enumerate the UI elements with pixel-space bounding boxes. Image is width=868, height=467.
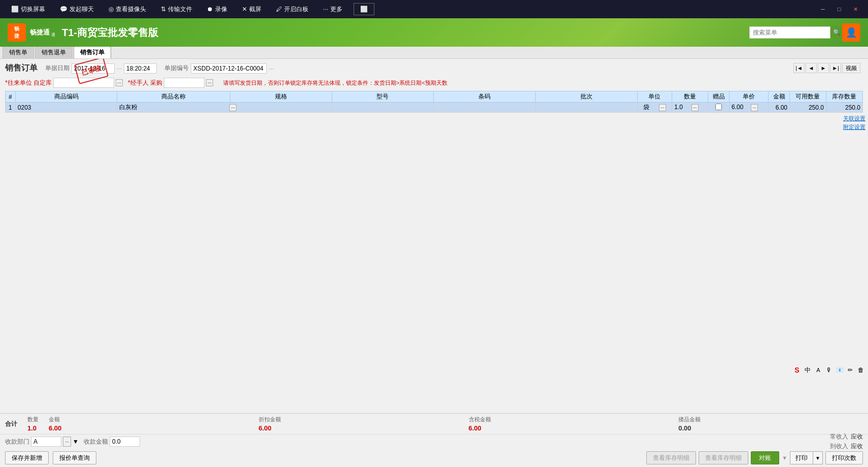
recv-in-value: 应收 xyxy=(851,432,863,441)
toolbar-btn-record[interactable]: ⏺ 录像 xyxy=(201,3,233,16)
col-product-code: 商品编码 xyxy=(15,91,117,103)
logo-icon: 畅捷 xyxy=(8,23,26,42)
gift-checkbox[interactable] xyxy=(715,104,722,110)
toolbar-btn-whiteboard[interactable]: 🖊 开启白板 xyxy=(270,3,315,16)
time-input[interactable] xyxy=(124,63,157,74)
cell-price[interactable]: ··· xyxy=(729,103,768,113)
minimize-button[interactable]: ─ xyxy=(815,4,830,14)
qty-label: 数量 xyxy=(27,416,39,423)
cell-barcode[interactable] xyxy=(434,103,536,113)
logo-area: 畅捷 畅捷通 通 T1-商贸宝批发零售版 xyxy=(8,23,158,42)
attach-settings-link[interactable]: 附定设置 xyxy=(843,123,865,131)
toolbar-btn-fullscreen[interactable]: ⬜ xyxy=(354,3,374,15)
handler-search-button[interactable]: ··· xyxy=(206,79,213,86)
cell-product-name[interactable]: ··· xyxy=(117,103,230,113)
summary-total-qty: 合计 数量 1.0 xyxy=(5,416,39,432)
department-button[interactable]: ··· xyxy=(63,437,71,447)
table-row[interactable]: 1 ··· ··· ··· xyxy=(6,103,863,113)
tab-sale-order-edit[interactable]: 销售订单 xyxy=(74,46,111,58)
cell-batch[interactable] xyxy=(535,103,637,113)
col-model: 型号 xyxy=(332,91,434,103)
submit-button[interactable]: 对账 xyxy=(751,451,779,464)
maximize-button[interactable]: □ xyxy=(831,4,847,14)
view-stock-button1[interactable]: 查看库存明细 xyxy=(646,451,696,464)
toolbar-btn-chat[interactable]: 💬 发起聊天 xyxy=(54,3,100,16)
col-seq: # xyxy=(6,91,16,103)
cell-amount: 6.00 xyxy=(769,103,790,113)
unit-button[interactable]: ··· xyxy=(659,104,666,111)
customer-row: *往来单位 自定库 ··· *经手人 采购 ··· 请填写发货日期，否则订单锁定… xyxy=(5,78,863,88)
delete-icon[interactable]: 🗑 xyxy=(856,365,865,375)
toolbar-btn-transfer[interactable]: ⇅ 传输文件 xyxy=(155,3,198,16)
system-tray: S 中 A 🎙 📧 ✏ 🗑 xyxy=(792,365,865,375)
order-no-input[interactable] xyxy=(191,63,267,74)
col-barcode: 条码 xyxy=(434,91,536,103)
cell-unit[interactable]: ··· xyxy=(637,103,672,113)
mic-icon[interactable]: 🎙 xyxy=(824,365,834,375)
order-table: # 商品编码 商品名称 规格 型号 条码 批次 单位 数量 赠品 单价 金额 可… xyxy=(5,91,863,113)
app-name: T1-商贸宝批发零售版 xyxy=(62,26,158,40)
relation-settings-link[interactable]: 关联设置 xyxy=(843,115,865,122)
next-record-button[interactable]: ► xyxy=(818,63,829,73)
cell-seq: 1 xyxy=(6,103,16,113)
customer-search-button[interactable]: ··· xyxy=(116,79,123,86)
whiteboard-icon: 🖊 xyxy=(276,6,282,13)
department-input[interactable] xyxy=(31,437,61,447)
toolbar-btn-switch-screen[interactable]: ⬜ 切换屏幕 xyxy=(5,3,51,16)
print-arrow-button[interactable]: ▼ xyxy=(813,452,822,464)
edit-icon[interactable]: ✏ xyxy=(846,365,855,375)
toolbar-btn-screenshot[interactable]: ✕ 截屏 xyxy=(236,3,267,16)
price-button[interactable]: ··· xyxy=(751,104,758,111)
close-button[interactable]: ✕ xyxy=(848,4,863,14)
cell-model[interactable] xyxy=(332,103,434,113)
qty-button[interactable]: ··· xyxy=(691,104,699,111)
tab-return-order[interactable]: 销售退单 xyxy=(35,46,73,58)
print-button[interactable]: 打印 xyxy=(790,452,813,464)
form-header: 销售订单 单据日期 ··· 单据编号 ··· 已审核 |◄ ◄ ► ►| 视频 xyxy=(5,63,863,74)
prev-record-button[interactable]: ◄ xyxy=(806,63,817,73)
col-qty: 数量 xyxy=(672,91,708,103)
product-code-input[interactable] xyxy=(18,104,115,111)
action-right-buttons: 查看库存明细 查看库存明细 对账 ▼ 打印 ▼ 打印次数 xyxy=(646,451,863,464)
first-record-button[interactable]: |◄ xyxy=(793,63,805,73)
product-name-input[interactable] xyxy=(119,104,228,111)
view-stock-button2[interactable]: 查看库存明细 xyxy=(699,451,748,464)
toolbar-btn-more[interactable]: ··· 更多 xyxy=(317,3,349,16)
receipt-amount-input[interactable] xyxy=(110,437,140,447)
input-row: 收款部门 ··· ▼ 收款金额 常收入 应收 到收入 应收 xyxy=(0,435,868,449)
cell-gift[interactable] xyxy=(708,103,730,113)
search-button[interactable]: 🔍 xyxy=(830,26,843,39)
sougou-icon[interactable]: S xyxy=(792,365,802,375)
cost-value: 0.00 xyxy=(678,424,863,432)
print-count-button[interactable]: 打印次数 xyxy=(825,451,863,464)
screenshot-icon: ✕ xyxy=(242,6,247,13)
customer-label: *往来单位 自定库 xyxy=(5,79,52,87)
handler-input[interactable] xyxy=(164,78,204,88)
summary-amount-item: 金额 6.00 xyxy=(49,416,233,432)
user-avatar[interactable]: 👤 xyxy=(842,23,860,42)
col-spec: 规格 xyxy=(230,91,332,103)
save-new-button[interactable]: 保存并新增 xyxy=(5,451,49,464)
window-controls: ─ □ ✕ xyxy=(815,0,863,18)
cell-qty[interactable]: ··· xyxy=(672,103,708,113)
search-input[interactable] xyxy=(749,26,830,39)
last-record-button[interactable]: ►| xyxy=(830,63,841,73)
mail-icon[interactable]: 📧 xyxy=(835,365,844,375)
cell-spec[interactable] xyxy=(230,103,332,113)
cell-avail-qty: 250.0 xyxy=(790,103,826,113)
input-method-icon[interactable]: 中 xyxy=(803,365,812,375)
order-no-label: 单据编号 xyxy=(164,64,189,73)
right-links: 关联设置 附定设置 xyxy=(843,115,865,131)
price-history-button[interactable]: 报价单查询 xyxy=(53,451,96,464)
toolbar-btn-camera[interactable]: ◎ 查看摄像头 xyxy=(102,3,152,16)
col-product-name: 商品名称 xyxy=(117,91,230,103)
lang-icon[interactable]: A xyxy=(814,365,823,375)
tax-value: 6.00 xyxy=(469,424,653,432)
recv-out-value: 应收 xyxy=(851,442,863,451)
view-button[interactable]: 视频 xyxy=(842,63,860,73)
tab-bar: 销售单 销售退单 销售订单 xyxy=(0,47,868,59)
record-icon: ⏺ xyxy=(207,6,213,13)
summary-cost-item: 搂品金额 0.00 xyxy=(678,416,863,432)
tab-sale-order-list[interactable]: 销售单 xyxy=(3,46,34,58)
cell-product-code[interactable] xyxy=(15,103,117,113)
